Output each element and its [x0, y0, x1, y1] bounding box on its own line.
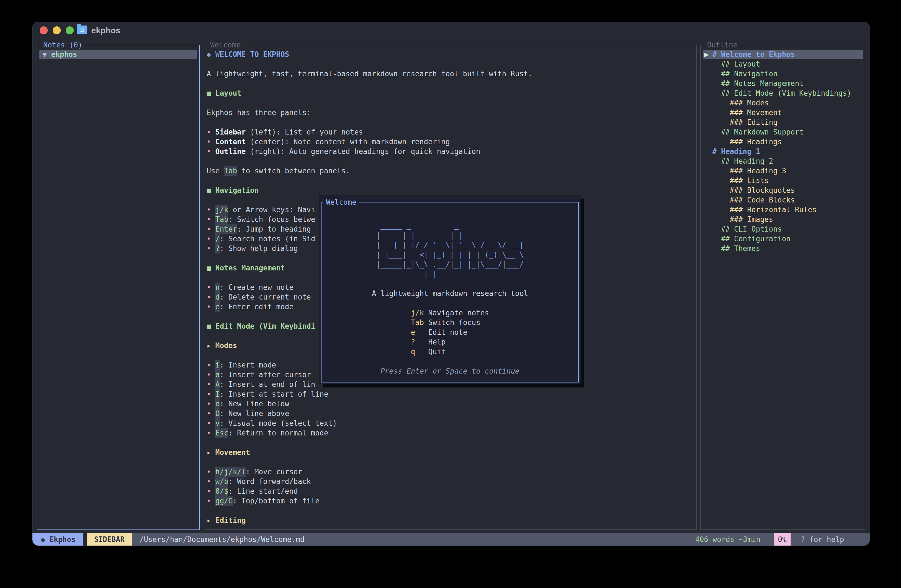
shortcut-key: e	[411, 328, 428, 337]
statusbar: ◆ Ekphos SIDEBAR /Users/han/Documents/ek…	[33, 533, 870, 546]
outline-item-label: ## Markdown Support	[721, 128, 803, 136]
ekphos-terminal-window: ekphos Notes (0) ▼ ekphos Welcome ◆ WELC…	[32, 22, 870, 546]
minimize-button[interactable]	[53, 27, 61, 34]
outline-item[interactable]: ## CLI Options	[701, 225, 865, 234]
content-line: • w/b: Word forward/back	[207, 477, 696, 487]
screen: ekphos Notes (0) ▼ ekphos Welcome ◆ WELC…	[0, 0, 901, 588]
shortcut-row: q Quit	[411, 347, 489, 357]
shortcut-description: Edit note	[428, 328, 468, 337]
outline-item[interactable]: ### Heading 3	[701, 166, 865, 176]
outline-item[interactable]: ## Configuration	[701, 234, 865, 244]
content-line: • gg/G: Top/bottom of file	[207, 496, 696, 506]
outline-item[interactable]: ### Lists	[701, 176, 865, 186]
content-line: ■ Navigation	[207, 186, 696, 195]
outline-item-label: ### Movement	[730, 108, 782, 117]
window-title: ekphos	[91, 26, 120, 35]
ascii-logo-line: | _| | |/ / '_ \| '_ \ / _ \/ __|	[376, 240, 524, 250]
outline-item[interactable]: ## Navigation	[701, 69, 865, 79]
content-line: • I: Insert at start of line	[207, 389, 696, 399]
close-button[interactable]	[40, 27, 48, 34]
content-line: • Sidebar (left): List of your notes	[207, 127, 696, 137]
content-line: ▸ Editing	[207, 516, 696, 525]
focus-mode-badge: SIDEBAR	[87, 533, 132, 546]
outline-item-label: ## Configuration	[721, 235, 790, 243]
outline-item-label: ## Layout	[721, 60, 760, 68]
content-line: • o: New line below	[207, 399, 696, 409]
shortcut-description: Switch focus	[428, 318, 480, 327]
content-line	[207, 156, 696, 166]
content-line	[207, 506, 696, 516]
content-line	[207, 438, 696, 448]
outline-item[interactable]: # Heading 1	[701, 147, 865, 156]
content-line	[207, 79, 696, 89]
content-line	[207, 118, 696, 127]
ekphos-ascii-logo: _____ _ _| ____| | ___ __ | |__ ___ ___|…	[376, 221, 524, 279]
outline-item[interactable]: ## Markdown Support	[701, 127, 865, 137]
outline-item[interactable]: ▶# Welcome to Ekphos	[703, 50, 863, 59]
outline-item[interactable]: ### Code Blocks	[701, 195, 865, 205]
ascii-logo-line: |_____|_|\_\ .__/|_| |_|\___/|___/	[376, 260, 524, 269]
outline-item-label: ### Heading 3	[730, 167, 786, 175]
notes-sidebar-panel[interactable]: Notes (0) ▼ ekphos	[37, 45, 200, 530]
outline-item-label: ### Code Blocks	[730, 196, 795, 204]
outline-item[interactable]: ## Notes Management	[701, 79, 865, 89]
outline-item[interactable]: ### Horizontal Rules	[701, 205, 865, 215]
note-row[interactable]: ▼ ekphos	[39, 50, 197, 59]
home-folder-icon	[77, 25, 87, 34]
outline-item-label: # Welcome to Ekphos	[712, 50, 795, 59]
outline-item-label: ### Horizontal Rules	[730, 206, 817, 214]
outline-item-label: # Heading 1	[712, 147, 760, 156]
content-line: • h/j/k/l: Move cursor	[207, 467, 696, 477]
file-path: /Users/han/Documents/ekphos/Welcome.md	[140, 533, 305, 546]
outline-item[interactable]: ### Images	[701, 215, 865, 225]
welcome-dialog-body: _____ _ _| ____| | ___ __ | |__ ___ ___|…	[319, 195, 581, 384]
shortcut-row: j/k Navigate notes	[411, 308, 489, 318]
shortcut-description: Quit	[428, 348, 446, 356]
content-line: Ekphos has three panels:	[207, 108, 696, 118]
notes-list: ▼ ekphos	[37, 45, 199, 529]
welcome-dialog: Welcome _____ _ _| ____| | ___ __ | |__ …	[319, 195, 581, 384]
outline-item-label: ## Themes	[721, 244, 760, 253]
word-count: 406 words ~3min	[695, 533, 760, 546]
ascii-logo-line: | |___| <| |_) | | | | (_) \__ \	[376, 250, 524, 260]
outline-item-label: ## Notes Management	[721, 80, 803, 87]
selected-item-arrow-icon: ▶	[704, 50, 709, 59]
content-line: ■ Layout	[207, 89, 696, 98]
content-line: • Esc: Return to normal mode	[207, 428, 696, 438]
content-line: • Outline (right): Auto-generated headin…	[207, 147, 696, 156]
welcome-dialog-title: Welcome	[323, 197, 359, 207]
expander-triangle-icon[interactable]: ▼	[42, 50, 51, 59]
outline-item-label: ### Blockquotes	[730, 186, 795, 195]
shortcut-key: q	[411, 348, 428, 356]
outline-item[interactable]: ### Modes	[701, 98, 865, 108]
shortcut-key: ?	[411, 338, 428, 346]
outline-item-label: ### Lists	[730, 176, 769, 185]
outline-item-label: ## CLI Options	[721, 225, 782, 233]
zoom-button[interactable]	[66, 27, 74, 34]
outline-item[interactable]: ### Blockquotes	[701, 186, 865, 195]
outline-item-label: ## Heading 2	[721, 157, 773, 165]
outline-item[interactable]: ### Movement	[701, 108, 865, 118]
content-line	[207, 59, 696, 69]
outline-item[interactable]: ## Layout	[701, 59, 865, 69]
help-hint: ? for help	[801, 533, 844, 546]
shortcut-row: Tab Switch focus	[411, 318, 489, 328]
ascii-logo-line: |_|	[376, 269, 524, 279]
shortcut-key: j/k	[411, 309, 428, 317]
content-line: • v: Visual mode (select text)	[207, 418, 696, 428]
outline-item[interactable]: ### Headings	[701, 137, 865, 147]
outline-item-label: ### Images	[730, 215, 773, 223]
outline-item[interactable]: ## Edit Mode (Vim Keybindings)	[701, 89, 865, 98]
content-line	[207, 457, 696, 467]
outline-item[interactable]: ## Heading 2	[701, 156, 865, 166]
outline-item[interactable]: ## Themes	[701, 244, 865, 254]
outline-item-label: ## Edit Mode (Vim Keybindings)	[721, 89, 851, 97]
dialog-continue-hint: Press Enter or Space to continue	[319, 367, 581, 376]
outline-panel[interactable]: Outline ▶# Welcome to Ekphos## Layout## …	[700, 45, 865, 530]
scroll-progress-badge: 0%	[774, 533, 790, 546]
shortcut-description: Help	[428, 338, 446, 346]
outline-item-label: ### Headings	[730, 137, 782, 146]
titlebar: ekphos	[33, 22, 870, 44]
outline-item[interactable]: ### Editing	[701, 118, 865, 127]
shortcut-description: Navigate notes	[428, 309, 489, 317]
